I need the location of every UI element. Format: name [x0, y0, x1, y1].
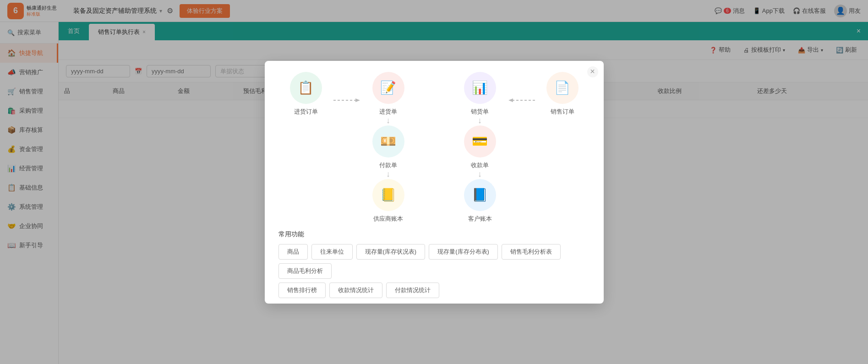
modal-body: 📋 进货订单 📝 [265, 61, 604, 304]
connector-spacer-4 [508, 116, 535, 125]
receipt-icon: 💳 [472, 134, 488, 149]
svg-marker-3 [508, 98, 513, 102]
purchase-bill-circle: 📝 [372, 72, 404, 104]
receipt-circle: 💳 [464, 125, 496, 158]
cr2-sp5 [535, 169, 590, 179]
func-btn-product[interactable]: 商品 [278, 244, 308, 260]
func-btn-product-margin[interactable]: 商品毛利分析 [278, 263, 332, 279]
down-arrow-payment: ↓ [361, 169, 416, 179]
func-btn-sales-margin[interactable]: 销售毛利分析表 [502, 244, 561, 260]
cr2-sp2 [333, 169, 361, 179]
svg-marker-1 [355, 98, 360, 102]
supplier-ledger-label: 供应商账本 [373, 215, 403, 223]
purchase-bill-label: 进货单 [379, 108, 397, 116]
func-btn-contacts[interactable]: 往来单位 [311, 244, 353, 260]
flow-modal: × 📋 进货订单 [265, 61, 604, 304]
sales-order-icon: 📄 [554, 80, 570, 95]
cr2-sp1 [278, 169, 333, 179]
flow-diagram: 📋 进货订单 📝 [265, 61, 604, 230]
customer-ledger-circle: 📘 [464, 179, 496, 211]
flow-node-customer-ledger[interactable]: 📘 客户账本 [453, 179, 508, 223]
connector-spacer-1 [278, 116, 333, 125]
payment-icon: 💴 [380, 134, 396, 149]
sales-bill-circle: 📊 [464, 72, 496, 104]
flow-node-sales-bill[interactable]: 📊 销货单 [453, 72, 508, 116]
flow-row-2: 💴 付款单 💳 收款单 [278, 125, 590, 169]
arrow-purchase-order-to-bill [333, 98, 361, 116]
flow-row-1: 📋 进货订单 📝 [278, 72, 590, 116]
flow-node-payment[interactable]: 💴 付款单 [361, 125, 416, 169]
supplier-ledger-icon: 📒 [380, 187, 396, 202]
payment-circle: 💴 [372, 125, 404, 158]
func-btn-payment-stats[interactable]: 付款情况统计 [386, 283, 439, 298]
func-btn-stock-dist[interactable]: 现存量(库存分布表) [429, 244, 498, 260]
sales-bill-label: 销货单 [471, 108, 489, 116]
supplier-ledger-circle: 📒 [372, 179, 404, 211]
flow-connectors-row2: ↓ ↓ [278, 169, 590, 179]
modal-overlay[interactable]: × 📋 进货订单 [0, 0, 868, 364]
flow-connectors-row: ↓ ↓ [278, 116, 590, 125]
func-buttons-row2: 销售排行榜 收款情况统计 付款情况统计 [278, 283, 590, 298]
purchase-order-circle: 📋 [290, 72, 322, 104]
receipt-label: 收款单 [471, 161, 489, 169]
dashed-arrow-left [508, 98, 535, 103]
flow-row-3: 📒 供应商账本 📘 客户账本 [278, 179, 590, 223]
down-arrow-sales-bill: ↓ [453, 116, 508, 125]
func-btn-sales-rank[interactable]: 销售排行榜 [278, 283, 326, 298]
cr2-sp4 [508, 169, 535, 179]
payment-label: 付款单 [379, 161, 397, 169]
flow-node-receipt[interactable]: 💳 收款单 [453, 125, 508, 169]
cr2-sp3 [416, 169, 453, 179]
connector-spacer-5 [535, 116, 590, 125]
purchase-order-label: 进货订单 [294, 108, 318, 116]
customer-ledger-icon: 📘 [472, 187, 488, 202]
connector-spacer-3 [416, 116, 453, 125]
common-func-section: 常用功能 商品 往来单位 现存量(库存状况表) 现存量(库存分布表) 销售毛利分… [265, 230, 604, 304]
down-arrow-receipt: ↓ [453, 169, 508, 179]
common-func-title: 常用功能 [278, 230, 590, 239]
connector-spacer-2 [333, 116, 361, 125]
flow-node-purchase-bill[interactable]: 📝 进货单 [361, 72, 416, 116]
dashed-arrow-right [333, 98, 361, 103]
purchase-bill-icon: 📝 [380, 80, 396, 95]
down-arrow-purchase-bill: ↓ [361, 116, 416, 125]
sales-order-label: 销售订单 [551, 108, 574, 116]
func-btn-stock-status[interactable]: 现存量(库存状况表) [356, 244, 426, 260]
flow-node-sales-order[interactable]: 📄 销售订单 [535, 72, 590, 116]
customer-ledger-label: 客户账本 [468, 215, 492, 223]
modal-close-button[interactable]: × [587, 66, 598, 77]
purchase-order-icon: 📋 [298, 80, 314, 95]
func-btn-receipt-stats[interactable]: 收款情况统计 [329, 283, 382, 298]
flow-node-supplier-ledger[interactable]: 📒 供应商账本 [361, 179, 416, 223]
func-buttons-row1: 商品 往来单位 现存量(库存状况表) 现存量(库存分布表) 销售毛利分析表 商品… [278, 244, 590, 279]
flow-node-purchase-order[interactable]: 📋 进货订单 [278, 72, 333, 116]
sales-bill-icon: 📊 [472, 80, 488, 95]
sales-order-circle: 📄 [546, 72, 579, 104]
arrow-sales-order-to-bill [508, 98, 535, 116]
